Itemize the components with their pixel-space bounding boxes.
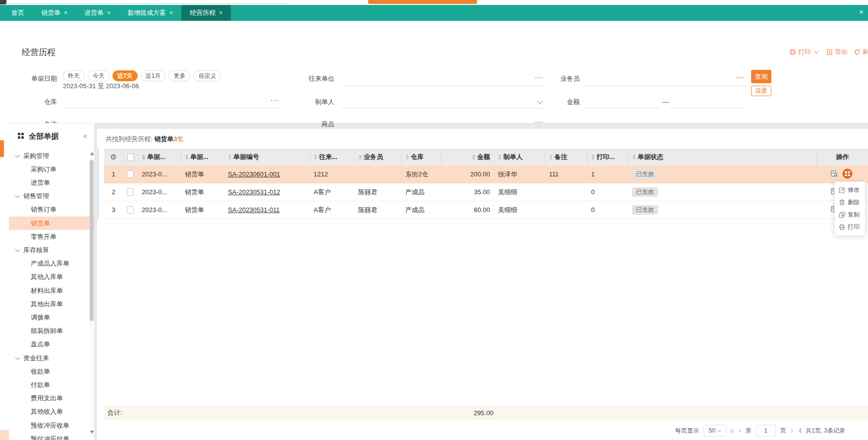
- select-all-checkbox[interactable]: [127, 154, 134, 161]
- sidebar-item-组装拆卸单[interactable]: 组装拆卸单: [9, 324, 94, 337]
- sidebar-item-销货单[interactable]: 销货单: [9, 217, 94, 230]
- left-rail-orange-tab[interactable]: [0, 140, 4, 157]
- amount-max-input[interactable]: [670, 108, 746, 109]
- menu-item-修改[interactable]: 修改: [835, 184, 865, 196]
- partner-more-icon[interactable]: ···: [535, 74, 543, 81]
- chevron-down-icon[interactable]: [15, 247, 20, 252]
- tab-close-icon[interactable]: ×: [219, 10, 222, 16]
- sort-icon[interactable]: [549, 155, 552, 160]
- sidebar-scrollbar-thumb[interactable]: [90, 160, 94, 321]
- sidebar-item-付款单[interactable]: 付款单: [9, 378, 94, 391]
- prev-page-button[interactable]: ‹: [739, 427, 741, 435]
- column-header-creator[interactable]: 制单人: [494, 149, 545, 165]
- salesman-more-icon[interactable]: ···: [736, 74, 745, 81]
- sidebar-item-材料出库单[interactable]: 材料出库单: [9, 284, 94, 297]
- sidebar-item-其他收入单[interactable]: 其他收入单: [9, 405, 94, 418]
- column-header-amount[interactable]: 金额: [441, 149, 494, 165]
- column-header-partner[interactable]: 往来...: [310, 149, 354, 165]
- sort-icon[interactable]: [314, 155, 317, 160]
- sidebar-item-销售管理[interactable]: 销售管理: [9, 189, 94, 203]
- column-header-warehouse[interactable]: 仓库: [401, 149, 441, 165]
- goods-more-icon[interactable]: ···: [535, 119, 543, 126]
- date-pill-更多[interactable]: 更多: [168, 70, 190, 81]
- next-page-button[interactable]: ›: [791, 427, 793, 435]
- column-header-gear[interactable]: ⚙: [104, 149, 123, 165]
- export-button[interactable]: 导出: [826, 48, 848, 56]
- page-size-select[interactable]: 50: [704, 425, 726, 437]
- date-pill-近7天[interactable]: 近7天: [112, 70, 138, 81]
- sidebar-item-销售订单[interactable]: 销售订单: [9, 203, 94, 216]
- sidebar-item-其他入库单[interactable]: 其他入库单: [9, 270, 94, 283]
- column-header-remark[interactable]: 备注: [545, 149, 587, 165]
- first-page-button[interactable]: ‹: [731, 427, 734, 435]
- sidebar-item-零售开单[interactable]: 零售开单: [9, 230, 94, 243]
- amount-min-input[interactable]: [584, 108, 659, 109]
- date-pill-近1月[interactable]: 近1月: [141, 70, 166, 81]
- sidebar-item-采购管理[interactable]: 采购管理: [9, 149, 94, 163]
- sort-icon[interactable]: [359, 155, 362, 160]
- column-header-status[interactable]: 单据状态: [628, 149, 816, 165]
- row-checkbox[interactable]: [127, 206, 134, 214]
- sort-icon[interactable]: [472, 155, 475, 160]
- salesman-input[interactable]: [585, 86, 746, 86]
- tab-close-icon[interactable]: ×: [107, 10, 110, 16]
- creator-chevron-down-icon[interactable]: [537, 98, 542, 104]
- sidebar-item-收款单[interactable]: 收款单: [9, 365, 94, 378]
- sort-icon[interactable]: [142, 155, 145, 160]
- page-number-input[interactable]: 1: [756, 425, 776, 437]
- print-button[interactable]: 打印: [789, 48, 818, 56]
- sidebar-item-预收冲应收单[interactable]: 预收冲应收单: [9, 419, 94, 432]
- search-button[interactable]: 查询: [751, 70, 771, 83]
- sort-icon[interactable]: [406, 155, 409, 160]
- tab-销货单[interactable]: 销货单×: [33, 5, 76, 21]
- sort-icon[interactable]: [185, 155, 188, 160]
- scroll-down-icon[interactable]: [90, 431, 94, 434]
- creator-input[interactable]: [342, 108, 546, 109]
- refresh-button[interactable]: 刷新: [854, 48, 868, 56]
- sort-icon[interactable]: [592, 155, 595, 160]
- date-pill-自定义[interactable]: 自定义: [193, 70, 221, 81]
- sidebar-item-产成品入库单[interactable]: 产成品入库单: [9, 257, 94, 270]
- warehouse-more-icon[interactable]: ···: [271, 97, 279, 104]
- document-number-link[interactable]: SA-20230601-001: [228, 170, 280, 178]
- document-number-link[interactable]: SA-20230531-012: [228, 188, 280, 196]
- column-header-check[interactable]: [123, 149, 138, 165]
- menu-item-复制[interactable]: 复制: [835, 209, 865, 221]
- column-header-salesman[interactable]: 业务员: [354, 149, 401, 165]
- date-pill-昨天[interactable]: 昨天: [63, 70, 85, 81]
- sidebar-item-其他出库单[interactable]: 其他出库单: [9, 297, 94, 311]
- partner-input[interactable]: [342, 86, 546, 86]
- sidebar-item-库存核算[interactable]: 库存核算: [9, 243, 94, 257]
- table-row[interactable]: 32023-0...销货单SA-20230531-011A客户陈丽君产成品60.…: [104, 201, 868, 219]
- sidebar-item-采购订单[interactable]: 采购订单: [9, 163, 94, 176]
- document-number-link[interactable]: SA-20230531-011: [228, 206, 280, 214]
- sidebar-item-资金往来[interactable]: 资金往来: [9, 351, 94, 365]
- last-page-button[interactable]: ›: [798, 427, 801, 435]
- menu-item-删除[interactable]: 删除: [835, 196, 865, 209]
- sidebar-collapse-icon[interactable]: «: [83, 131, 87, 140]
- sidebar-item-预付冲应付单[interactable]: 预付冲应付单: [9, 432, 94, 440]
- scroll-up-icon[interactable]: [90, 152, 94, 155]
- sort-icon[interactable]: [228, 155, 231, 160]
- close-icon[interactable]: ×: [859, 8, 864, 15]
- tab-新增提成方案[interactable]: 新增提成方案×: [119, 5, 181, 21]
- tab-首页[interactable]: 首页: [3, 5, 33, 21]
- row-checkbox[interactable]: [127, 188, 134, 196]
- sort-icon[interactable]: [498, 155, 501, 160]
- tab-close-icon[interactable]: ×: [64, 10, 67, 16]
- date-pill-今天[interactable]: 今天: [88, 70, 109, 81]
- sidebar-item-调拨单[interactable]: 调拨单: [9, 311, 94, 324]
- view-document-icon[interactable]: [830, 170, 838, 179]
- warehouse-input[interactable]: [63, 108, 280, 109]
- gear-icon[interactable]: ⚙: [110, 153, 116, 162]
- table-row[interactable]: 12023-0...销货单SA-20230601-0011212东街2仓200.…: [104, 165, 868, 183]
- settings-button[interactable]: 设置: [751, 86, 771, 96]
- more-actions-button[interactable]: [842, 168, 853, 180]
- column-header-prints[interactable]: 打印...: [587, 149, 628, 165]
- table-row[interactable]: 22023-0...销货单SA-20230531-012A客户陈丽君产成品35.…: [104, 183, 868, 201]
- row-checkbox[interactable]: [127, 170, 134, 178]
- column-header-no[interactable]: 单据编号: [224, 149, 310, 165]
- sidebar-item-费用支出单[interactable]: 费用支出单: [9, 391, 94, 405]
- tab-close-icon[interactable]: ×: [169, 10, 173, 16]
- sidebar-item-盘点单[interactable]: 盘点单: [9, 337, 94, 351]
